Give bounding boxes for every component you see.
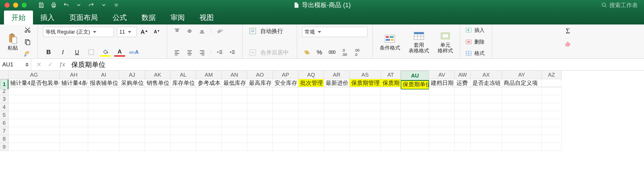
cell[interactable] — [9, 143, 60, 151]
cell[interactable] — [502, 87, 542, 95]
cell[interactable]: 报表辅单位 — [88, 79, 119, 87]
clear-button[interactable] — [563, 39, 573, 48]
column-header[interactable]: AQ — [298, 71, 324, 79]
cell[interactable] — [324, 143, 350, 151]
cell[interactable] — [381, 135, 401, 143]
cell[interactable] — [429, 119, 455, 127]
namebox-spinner[interactable] — [25, 63, 29, 67]
cell[interactable] — [9, 95, 60, 103]
cell[interactable] — [60, 127, 88, 135]
redo-icon[interactable] — [88, 2, 94, 8]
cell[interactable] — [502, 95, 542, 103]
cell[interactable] — [324, 87, 350, 95]
cell[interactable] — [350, 127, 381, 135]
cell[interactable] — [350, 143, 381, 151]
cell[interactable] — [542, 79, 562, 87]
cell[interactable] — [455, 127, 471, 135]
close-window-button[interactable] — [5, 3, 10, 8]
font-name-select[interactable]: 等线 Regular (正文) — [43, 27, 114, 37]
cell[interactable] — [350, 135, 381, 143]
cell[interactable] — [171, 119, 196, 127]
increase-font-button[interactable]: A▲ — [140, 28, 149, 36]
increase-indent-button[interactable] — [228, 48, 237, 57]
cell[interactable]: 最高库存 — [247, 79, 273, 87]
cell[interactable] — [9, 119, 60, 127]
align-middle-button[interactable] — [185, 27, 194, 35]
align-bottom-button[interactable] — [197, 27, 207, 35]
cell[interactable] — [247, 135, 273, 143]
cell[interactable] — [381, 87, 401, 95]
conditional-formatting-button[interactable]: 条件格式 — [378, 32, 402, 52]
cell[interactable] — [542, 103, 562, 111]
align-right-button[interactable] — [197, 48, 207, 57]
qat-customize-icon[interactable] — [113, 2, 119, 8]
column-header[interactable]: AR — [324, 71, 350, 79]
column-header[interactable]: AT — [381, 71, 401, 79]
cell[interactable] — [471, 119, 502, 127]
save-icon[interactable] — [38, 2, 44, 8]
column-header[interactable]: AO — [247, 71, 273, 79]
cell[interactable]: 保质期 — [381, 79, 401, 87]
row-header[interactable]: 5 — [0, 111, 9, 119]
border-button[interactable] — [86, 48, 97, 57]
cell[interactable] — [401, 111, 429, 119]
tab-formulas[interactable]: 公式 — [105, 11, 134, 24]
cell[interactable]: 辅计量4是否包装单位 — [9, 79, 60, 87]
cell[interactable] — [247, 95, 273, 103]
cell[interactable] — [542, 87, 562, 95]
cell[interactable] — [298, 95, 324, 103]
cell[interactable] — [502, 135, 542, 143]
column-header[interactable]: AZ — [542, 71, 562, 79]
cell[interactable] — [88, 119, 119, 127]
cell[interactable]: 运费 — [455, 79, 471, 87]
cell[interactable] — [88, 95, 119, 103]
cell[interactable] — [9, 127, 60, 135]
tab-home[interactable]: 开始 — [4, 11, 33, 24]
cell[interactable] — [119, 111, 145, 119]
cell[interactable] — [273, 135, 298, 143]
cell[interactable] — [429, 127, 455, 135]
cell[interactable] — [222, 103, 247, 111]
cell[interactable] — [542, 127, 562, 135]
cell[interactable]: 辅计量4条码 — [60, 79, 88, 87]
row-header[interactable]: 1 — [0, 79, 9, 89]
cell[interactable] — [298, 143, 324, 151]
column-header[interactable]: AP — [273, 71, 298, 79]
column-header[interactable]: AI — [88, 71, 119, 79]
row-header[interactable]: 6 — [0, 119, 9, 127]
cell[interactable] — [401, 87, 429, 95]
increase-decimal-button[interactable]: .0.00 — [340, 48, 349, 57]
percent-button[interactable]: % — [315, 48, 324, 57]
cell[interactable] — [471, 135, 502, 143]
cell[interactable] — [60, 135, 88, 143]
cell[interactable] — [145, 119, 171, 127]
cell[interactable] — [9, 111, 60, 119]
cell[interactable]: 采购单位 — [119, 79, 145, 87]
cell[interactable] — [298, 87, 324, 95]
cell[interactable] — [298, 103, 324, 111]
cell[interactable] — [196, 95, 222, 103]
format-as-table-button[interactable]: 套用 表格格式 — [407, 29, 431, 55]
cell[interactable] — [9, 87, 60, 95]
cell[interactable] — [196, 103, 222, 111]
cell[interactable] — [247, 103, 273, 111]
comma-button[interactable]: 000 — [327, 48, 337, 57]
cell[interactable] — [222, 119, 247, 127]
cell[interactable] — [222, 127, 247, 135]
cell[interactable] — [119, 135, 145, 143]
cell[interactable] — [222, 95, 247, 103]
cell[interactable] — [350, 111, 381, 119]
cell[interactable] — [247, 119, 273, 127]
column-header[interactable]: AM — [196, 71, 222, 79]
cell[interactable] — [119, 95, 145, 103]
format-painter-button[interactable] — [23, 50, 32, 58]
font-color-button[interactable]: A — [114, 48, 125, 57]
cell[interactable] — [60, 111, 88, 119]
cell[interactable] — [119, 103, 145, 111]
insert-cells-button[interactable]: 插入 — [474, 27, 485, 34]
cell[interactable] — [196, 127, 222, 135]
column-header[interactable]: AN — [222, 71, 247, 79]
cell[interactable] — [502, 103, 542, 111]
cell[interactable] — [222, 143, 247, 151]
cell[interactable] — [350, 103, 381, 111]
